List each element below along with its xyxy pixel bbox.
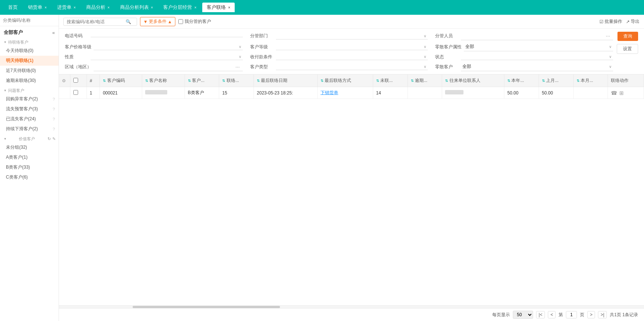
close-icon[interactable]: × — [74, 6, 76, 10]
col-contacts[interactable]: ⇅ 联络... — [219, 75, 254, 87]
row-no-contact: 14 — [373, 87, 407, 99]
row-checkbox[interactable] — [73, 90, 78, 95]
last-page-btn[interactable]: >| — [598, 311, 607, 318]
filter-status-label: 状态 — [435, 54, 461, 60]
close-icon[interactable]: × — [151, 6, 153, 10]
group-label-pending: 待联络客户 — [0, 37, 59, 46]
all-customers-header[interactable]: 全部客户 « — [0, 26, 59, 37]
settings-button[interactable]: 设置 — [617, 44, 638, 54]
nav-customer-segmentation[interactable]: 客户分层经营 × — [159, 3, 201, 12]
filter-manager-input[interactable]: ··· — [461, 32, 613, 40]
scrollbar-thumb[interactable] — [133, 306, 280, 308]
sidebar-item-churned[interactable]: 已流失客户(24) ? — [0, 114, 59, 124]
help-icon[interactable]: ? — [53, 107, 55, 111]
col-type[interactable]: ⇅ 客户... — [185, 75, 219, 87]
page-input[interactable] — [566, 311, 577, 318]
row-check[interactable] — [70, 87, 87, 99]
col-last-contact-method[interactable]: ⇅ 最后联络方式 — [318, 75, 373, 87]
col-this-month[interactable]: ⇅ 本月... — [573, 75, 608, 87]
filter-customer-type-select[interactable]: ∨ — [276, 63, 428, 70]
nav-sales-order[interactable]: 销货单 × — [24, 3, 51, 12]
my-customers-checkbox[interactable] — [178, 19, 183, 24]
filter-phone-input[interactable] — [91, 35, 243, 37]
contact-method-link[interactable]: 下销货单 — [321, 90, 338, 95]
sidebar-item-churn-warning[interactable]: 流失预警客户(3) ? — [0, 104, 59, 114]
dots-icon[interactable]: ··· — [604, 33, 612, 39]
row-last-contact-method[interactable]: 下销货单 — [318, 87, 373, 99]
select-all-checkbox[interactable] — [73, 78, 78, 83]
filter-customer-level-label: 客户等级 — [250, 44, 276, 50]
filter-dept-select[interactable]: ∨ — [276, 33, 428, 39]
horizontal-scrollbar[interactable] — [59, 305, 644, 308]
grid-action-icon[interactable]: ⊞ — [619, 90, 624, 96]
filter-retail-customer-select[interactable]: 全部 ∨ — [461, 62, 613, 71]
filter-payment-terms-select[interactable]: ∨ — [276, 54, 428, 60]
col-check[interactable] — [70, 75, 87, 87]
sidebar-item-overdue-contact[interactable]: 逾期未联络(30) — [0, 76, 59, 86]
filter-region-input[interactable]: ··· — [94, 63, 243, 71]
filter-customer-level-select[interactable]: ∨ — [276, 44, 428, 50]
nav-purchase-order[interactable]: 进货单 × — [53, 3, 80, 12]
nav-product-analysis[interactable]: 商品分析 × — [82, 3, 114, 12]
col-last-month[interactable]: ⇅ 上月... — [539, 75, 573, 87]
col-no-contact[interactable]: ⇅ 未联... — [373, 75, 407, 87]
sidebar-item-ungrouped[interactable]: 未分组(32) — [0, 142, 59, 152]
filter-more-btn[interactable]: ▼ 更多条件 ▲ — [140, 17, 175, 26]
col-this-year[interactable]: ⇅ 本年... — [504, 75, 539, 87]
col-gear[interactable]: ⚙ — [59, 75, 70, 87]
filter-nature-select[interactable]: ∨ — [91, 54, 243, 60]
row-overdue — [407, 87, 442, 99]
col-code[interactable]: ⇅ 客户编码 — [100, 75, 142, 87]
sort-icon: ⇅ — [507, 79, 510, 83]
first-page-btn[interactable]: |< — [536, 311, 545, 318]
gear-icon[interactable]: ⚙ — [62, 78, 66, 83]
sidebar-item-type-a[interactable]: A类客户(1) — [0, 152, 59, 162]
sidebar-item-type-b[interactable]: B类客户(33) — [0, 162, 59, 172]
sidebar-item-abnormal-repurchase[interactable]: 回购异常客户(2) ? — [0, 94, 59, 104]
collapse-icon[interactable]: « — [52, 30, 55, 35]
sort-icon: ⇅ — [188, 79, 191, 83]
nav-customer-contact[interactable]: 客户联络 × — [202, 3, 235, 12]
col-unit-contacts[interactable]: ⇅ 往来单位联系人 — [442, 75, 504, 87]
filter-price-level-select[interactable]: ∨ — [94, 44, 243, 50]
help-icon[interactable]: ? — [53, 127, 55, 131]
help-icon[interactable]: ? — [53, 117, 55, 121]
export-btn[interactable]: ↗ 导出 — [626, 18, 640, 25]
close-icon[interactable]: × — [194, 6, 196, 10]
close-icon[interactable]: × — [228, 6, 230, 10]
search-input[interactable] — [67, 19, 126, 24]
col-overdue[interactable]: ⇅ 逾期... — [407, 75, 442, 87]
refresh-icon[interactable]: ↻ — [48, 137, 51, 141]
sidebar-search-input[interactable] — [3, 18, 58, 23]
sidebar-item-tomorrow-pending[interactable]: 明天待联络(1) — [0, 56, 59, 66]
help-icon[interactable]: ? — [53, 97, 55, 101]
batch-ops-btn[interactable]: ☑ 批量操作 — [599, 18, 622, 25]
filter-customer-type-label: 客户类型 — [250, 64, 276, 70]
per-page-label: 每页显示 — [492, 312, 510, 318]
sidebar-item-declining[interactable]: 持续下滑客户(2) ? — [0, 124, 59, 134]
sidebar-item-today-pending[interactable]: 今天待联络(0) — [0, 46, 59, 56]
filter-customer-type: 客户类型 ∨ — [250, 63, 428, 70]
edit-icon[interactable]: ✎ — [52, 137, 56, 141]
query-button[interactable]: 查询 — [617, 32, 638, 41]
filter-status-select[interactable]: ∨ — [461, 54, 613, 60]
search-icon[interactable]: 🔍 — [126, 19, 131, 24]
contact-action-icon[interactable]: ☎ — [611, 90, 617, 96]
sort-icon: ⇅ — [321, 79, 323, 83]
sidebar-item-type-c[interactable]: C类客户(6) — [0, 172, 59, 182]
nav-product-analysis-list[interactable]: 商品分析列表 × — [116, 3, 158, 12]
filter-retail-attr-select[interactable]: 全部 ∨ — [464, 42, 613, 51]
row-unit-contacts — [442, 87, 504, 99]
col-name[interactable]: ⇅ 客户名称 — [142, 75, 185, 87]
close-icon[interactable]: × — [108, 6, 110, 10]
col-last-contact-date[interactable]: ⇅ 最后联络日期 — [254, 75, 318, 87]
prev-page-btn[interactable]: < — [548, 311, 556, 318]
dots-icon[interactable]: ··· — [234, 64, 241, 70]
my-customers-checkbox-label[interactable]: 我分管的客户 — [178, 18, 211, 25]
nav-home[interactable]: 首页 — [4, 3, 22, 12]
per-page-select[interactable]: 50 100 200 — [513, 311, 533, 319]
next-page-btn[interactable]: > — [587, 311, 595, 318]
footer: 每页显示 50 100 200 |< < 第 页 > >| 共1页 1条记录 — [59, 308, 644, 321]
close-icon[interactable]: × — [45, 6, 47, 10]
sidebar-item-7days-pending[interactable]: 近7天待联络(0) — [0, 66, 59, 76]
